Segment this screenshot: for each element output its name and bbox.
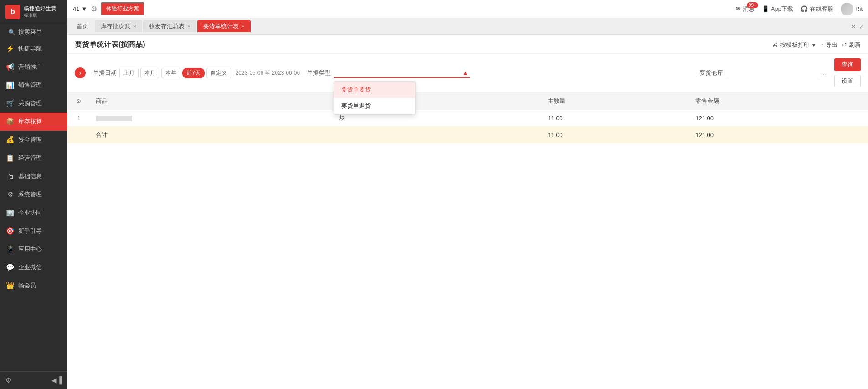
settings-button[interactable]: 设置	[834, 75, 861, 87]
nav-icon-system: ⚙	[5, 190, 15, 199]
table-footer-row: 合计 11.00 121.00	[67, 126, 868, 144]
nav-label-member: 畅会员	[18, 282, 36, 290]
phone-icon: 📱	[762, 5, 769, 12]
sidebar-item-guide[interactable]: 🎯 新手引导	[0, 222, 67, 240]
date-filter-label: 单据日期	[93, 69, 117, 77]
tab-demand-summary-close[interactable]: ×	[241, 24, 245, 29]
sidebar-item-member[interactable]: 👑 畅会员	[0, 276, 67, 295]
topbar-gear-icon[interactable]: ⚙	[91, 5, 97, 13]
dropdown-item-demand-order[interactable]: 要货单要货	[334, 82, 415, 98]
date-btn-last-month[interactable]: 上月	[119, 68, 139, 78]
nav-label-sales: 销售管理	[18, 81, 42, 89]
warehouse-filter-input[interactable]	[726, 68, 818, 77]
sidebar-item-basic[interactable]: 🗂 基础信息	[0, 167, 67, 185]
nav-label-system: 系统管理	[18, 190, 42, 199]
sidebar-nav: ⚡ 快捷导航 📢 营销推广 📊 销售管理 🛒 采购管理 📦 库存核算 💰 资金管…	[0, 40, 67, 371]
sidebar-item-marketing[interactable]: 📢 营销推广	[0, 58, 67, 76]
tab-demand-summary[interactable]: 要货单统计表 ×	[197, 20, 251, 32]
sidebar-search[interactable]: 🔍 搜索菜单	[0, 24, 67, 40]
avatar	[841, 3, 853, 15]
messages-badge: 99+	[747, 2, 758, 8]
print-chevron-down: ▼	[812, 42, 817, 48]
nav-icon-marketing: 📢	[5, 62, 15, 72]
avatar-image	[841, 3, 853, 15]
sidebar-item-inventory[interactable]: 📦 库存核算	[0, 113, 67, 131]
tab-delivery-summary-close[interactable]: ×	[187, 24, 190, 29]
tab-delivery-summary[interactable]: 收发存汇总表 ×	[143, 20, 196, 32]
table-row: 1 块 11.00 121.00	[67, 110, 868, 126]
query-button[interactable]: 查询	[834, 58, 861, 71]
date-btn-7days[interactable]: 近7天	[182, 68, 205, 78]
table-settings-icon[interactable]: ⚙	[76, 98, 82, 105]
nav-label-purchase: 采购管理	[18, 99, 42, 107]
tab-batch-account[interactable]: 库存批次账 ×	[95, 20, 142, 32]
type-filter-chevron-up[interactable]: ▲	[462, 69, 468, 77]
type-filter-input[interactable]	[334, 68, 470, 78]
tab-home[interactable]: 首页	[71, 20, 94, 32]
tab-delivery-summary-label: 收发存汇总表	[149, 22, 185, 31]
table-col-settings[interactable]: ⚙	[67, 92, 90, 110]
tabs-right-controls: ✕ ⤢	[851, 23, 864, 30]
sidebar-item-sales[interactable]: 📊 销售管理	[0, 76, 67, 94]
type-filter-label: 单据类型	[307, 69, 331, 77]
date-range-display: 2023-05-06 至 2023-06-06	[236, 69, 300, 77]
nav-label-basic: 基础信息	[18, 172, 42, 180]
chevron-down-icon: ▼	[81, 5, 87, 12]
nav-icon-appstore: 📱	[5, 245, 15, 254]
branch-selector[interactable]: 41 ▼	[73, 5, 87, 12]
sidebar-collapse-icon[interactable]: ◀▐	[51, 376, 62, 384]
print-icon: 🖨	[772, 41, 778, 48]
tab-window-close-icon[interactable]: ✕	[851, 23, 856, 30]
footer-quantity: 11.00	[542, 126, 690, 144]
date-btn-this-month[interactable]: 本月	[140, 68, 159, 78]
nav-icon-purchase: 🛒	[5, 99, 15, 108]
tab-window-maximize-icon[interactable]: ⤢	[859, 23, 864, 30]
nav-label-wechat: 企业微信	[18, 263, 42, 271]
sidebar-item-purchase[interactable]: 🛒 采购管理	[0, 94, 67, 113]
sidebar-item-quick-nav[interactable]: ⚡ 快捷导航	[0, 40, 67, 58]
refresh-icon: ↺	[842, 41, 847, 48]
tab-home-label: 首页	[77, 22, 88, 31]
nav-icon-member: 👑	[5, 281, 15, 290]
online-service-button[interactable]: 🎧 在线客服	[801, 5, 833, 13]
tabs-bar: 首页 库存批次账 × 收发存汇总表 × 要货单统计表 × ✕ ⤢	[67, 18, 868, 35]
sidebar-logo: b 畅捷通好生意 标准版	[0, 0, 67, 24]
promo-button[interactable]: 体验行业方案	[101, 2, 144, 15]
messages-button[interactable]: ✉ 消息 99+	[736, 5, 755, 13]
app-download-button[interactable]: 📱 App下载	[762, 5, 793, 13]
sidebar-item-finance[interactable]: 💰 资金管理	[0, 131, 67, 149]
user-avatar[interactable]: Rit	[841, 3, 863, 15]
row-quantity: 11.00	[542, 110, 690, 126]
page-actions: 🖨 按模板打印 ▼ ↑ 导出 ↺ 刷新	[772, 41, 861, 49]
tab-demand-summary-label: 要货单统计表	[203, 22, 239, 31]
sidebar-settings-icon[interactable]: ⚙	[5, 376, 11, 384]
page-header: 要货单统计表(按商品) 🖨 按模板打印 ▼ ↑ 导出 ↺ 刷新	[67, 35, 868, 54]
sidebar: b 畅捷通好生意 标准版 🔍 搜索菜单 ⚡ 快捷导航 📢 营销推广 📊 销售管理…	[0, 0, 67, 389]
sidebar-item-appstore[interactable]: 📱 应用中心	[0, 240, 67, 258]
sidebar-item-operations[interactable]: 📋 经营管理	[0, 149, 67, 167]
nav-label-operations: 经营管理	[18, 154, 42, 162]
table-header-row: ⚙ 商品 主计量单位 主数量 零售金额	[67, 92, 868, 110]
sidebar-item-enterprise[interactable]: 🏢 企业协同	[0, 204, 67, 222]
export-button[interactable]: ↑ 导出	[821, 41, 838, 49]
filter-expand-button[interactable]: ›	[75, 67, 86, 78]
nav-icon-finance: 💰	[5, 135, 15, 144]
sidebar-item-wechat[interactable]: 💬 企业微信	[0, 258, 67, 276]
page-title-area: 要货单统计表(按商品)	[75, 40, 145, 50]
tab-batch-account-close[interactable]: ×	[133, 24, 136, 29]
nav-label-guide: 新手引导	[18, 227, 42, 235]
sidebar-item-system[interactable]: ⚙ 系统管理	[0, 185, 67, 204]
warehouse-filter-more-icon[interactable]: …	[821, 69, 827, 77]
date-btn-custom[interactable]: 自定义	[206, 68, 231, 78]
table-col-quantity: 主数量	[542, 92, 690, 110]
refresh-button[interactable]: ↺ 刷新	[842, 41, 861, 49]
print-button[interactable]: 🖨 按模板打印 ▼	[772, 41, 817, 49]
data-table: ⚙ 商品 主计量单位 主数量 零售金额 1 块	[67, 92, 868, 143]
user-name: Rit	[855, 5, 863, 12]
nav-icon-inventory: 📦	[5, 117, 15, 126]
nav-label-appstore: 应用中心	[18, 245, 42, 253]
table-body: 1 块 11.00 121.00	[67, 110, 868, 126]
dropdown-item-demand-return[interactable]: 要货单退货	[334, 98, 415, 114]
date-btn-this-year[interactable]: 本年	[161, 68, 180, 78]
nav-icon-operations: 📋	[5, 154, 15, 163]
